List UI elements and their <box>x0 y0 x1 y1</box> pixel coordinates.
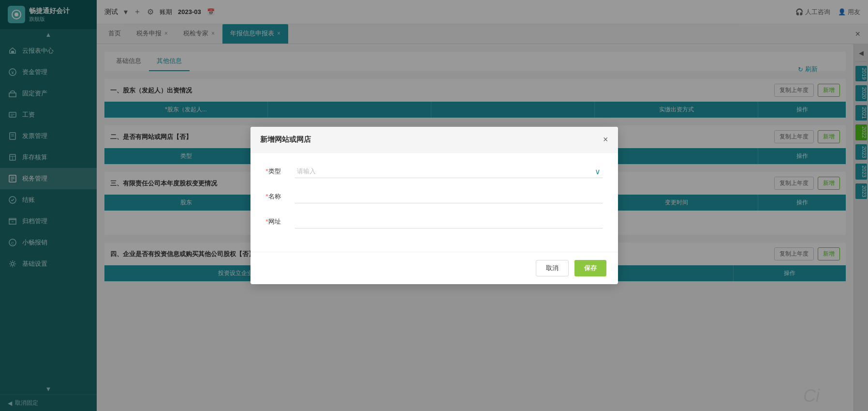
add-website-dialog: 新增网站或网店 × *类型 ∨ *名称 <box>250 127 618 284</box>
form-input-wrap-url <box>295 215 603 228</box>
save-button[interactable]: 保存 <box>574 260 606 276</box>
type-dropdown-icon[interactable]: ∨ <box>595 167 601 176</box>
cancel-button[interactable]: 取消 <box>536 260 569 276</box>
dialog-body: *类型 ∨ *名称 *网址 <box>250 153 618 252</box>
label-type-text: 类型 <box>268 167 281 175</box>
form-input-wrap-name <box>295 190 603 203</box>
dialog-close-button[interactable]: × <box>603 135 608 145</box>
form-label-url: *网址 <box>266 217 295 226</box>
dialog-header: 新增网站或网店 × <box>250 127 618 153</box>
dialog-footer: 取消 保存 <box>250 252 618 284</box>
type-input[interactable] <box>295 165 603 178</box>
form-label-type: *类型 <box>266 167 295 176</box>
form-item-name: *名称 <box>266 190 603 203</box>
dialog-overlay: 新增网站或网店 × *类型 ∨ *名称 <box>0 0 868 411</box>
form-label-name: *名称 <box>266 192 295 201</box>
form-item-url: *网址 <box>266 215 603 228</box>
label-url-text: 网址 <box>268 218 281 225</box>
label-name-text: 名称 <box>268 193 281 200</box>
form-item-type: *类型 ∨ <box>266 165 603 178</box>
dialog-title: 新增网站或网店 <box>260 135 311 144</box>
url-input[interactable] <box>295 215 603 228</box>
form-input-wrap-type: ∨ <box>295 165 603 178</box>
name-input[interactable] <box>295 190 603 203</box>
